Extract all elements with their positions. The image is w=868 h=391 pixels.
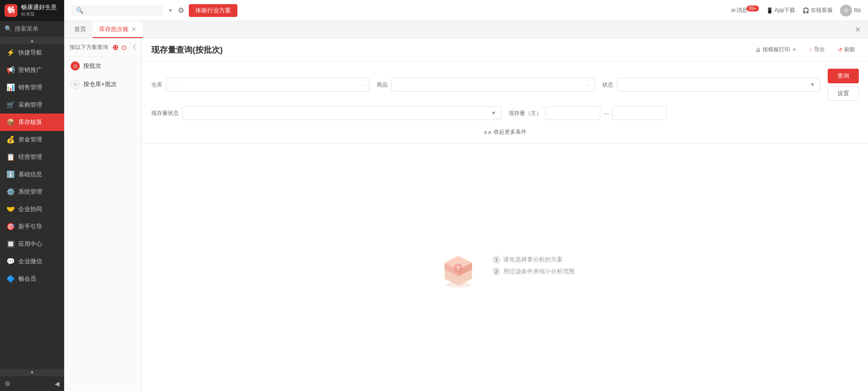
sidebar-item-label: 经营管理 (18, 153, 42, 161)
sales-icon: 📊 (6, 83, 15, 92)
sidebar-item-sales[interactable]: 📊 销售管理 (0, 79, 64, 96)
messages-action[interactable]: ✉ 消息 99+ (731, 6, 759, 14)
tab-inventory-batch[interactable]: 库存批次账 ✕ (93, 22, 143, 38)
status-select[interactable]: ▼ (617, 78, 820, 92)
action-buttons: 查询 设置 (828, 69, 859, 101)
collapse-sidebar-icon[interactable]: ◀ (55, 380, 60, 387)
tab-close-icon[interactable]: ✕ (132, 26, 136, 33)
collapse-left-icon[interactable]: 《 (130, 43, 136, 52)
svg-text:?: ? (456, 266, 460, 272)
topbar-gear-icon[interactable]: ⚙ (178, 6, 184, 15)
settings-plan-icon[interactable]: ⊙ (121, 43, 127, 52)
product-field: 商品 ··· (377, 78, 595, 92)
sidebar-item-quick-nav[interactable]: ⚡ 快捷导航 (0, 44, 64, 61)
enterprise-icon: 🤝 (6, 205, 15, 213)
app-info: 畅康通好生意 标准版 (21, 4, 57, 17)
sidebar-item-purchase[interactable]: 🛒 采购管理 (0, 96, 64, 114)
hint-number-2: 2 (492, 267, 500, 276)
sidebar-item-marketing[interactable]: 📢 营销推广 (0, 61, 64, 79)
hint-text-1: 请先选择要分析的方案 (503, 255, 563, 264)
plan-label: 按批次 (83, 62, 101, 70)
sidebar: 畅 畅康通好生意 标准版 🔍 搜索菜单 ▲ ⚡ 快捷导航 📢 营销推广 📊 销售… (0, 0, 64, 391)
user-menu[interactable]: R Rit (840, 5, 861, 16)
topbar-dropdown-icon[interactable]: ▼ (168, 7, 173, 14)
search-input[interactable] (86, 7, 150, 14)
settings-button[interactable]: 设置 (828, 86, 859, 101)
refresh-label: 刷新 (844, 46, 855, 54)
search-icon: 🔍 (5, 25, 12, 32)
tab-inventory-batch-label: 库存批次账 (99, 25, 129, 33)
sidebar-item-system[interactable]: ⚙️ 系统管理 (0, 183, 64, 201)
sidebar-item-finance[interactable]: 💰 资金管理 (0, 131, 64, 148)
sidebar-item-enterprise[interactable]: 🤝 企业协同 (0, 201, 64, 218)
sidebar-item-business[interactable]: 📋 经营管理 (0, 148, 64, 166)
status-field: 状态 ▼ (602, 78, 820, 92)
topbar-search-box[interactable]: 🔍 (71, 5, 163, 16)
topbar-actions: ✉ 消息 99+ 📱 App下载 🎧 在线客服 R Rit (731, 5, 861, 16)
left-panel-header: 按以下方案查询 ⊕ ⊙ 《 (64, 38, 142, 57)
sidebar-search-label: 搜索菜单 (15, 25, 38, 33)
inventory-amount-label: 现存量（主） (509, 109, 542, 117)
inventory-status-select[interactable]: ▼ (182, 106, 501, 120)
collapse-more-btn[interactable]: ∧∧ 收起更多条件 (151, 125, 859, 139)
sidebar-item-vip[interactable]: 🔷 畅会员 (0, 270, 64, 288)
export-button[interactable]: ↑ 导出 (806, 44, 829, 55)
vip-icon: 🔷 (6, 275, 15, 283)
sidebar-item-newbie[interactable]: 🎯 新手引导 (0, 218, 64, 235)
status-dropdown-icon: ▼ (810, 81, 815, 88)
sidebar-item-inventory[interactable]: 📦 库存核算 (0, 114, 64, 131)
product-input[interactable]: ··· (391, 78, 595, 92)
query-button[interactable]: 查询 (828, 69, 859, 83)
export-icon: ↑ (809, 47, 812, 53)
warehouse-input[interactable]: ··· ··· (166, 78, 369, 92)
tab-close-all-icon[interactable]: ✕ (851, 23, 864, 36)
inventory-amount-field: 现存量（主） — (509, 106, 859, 120)
print-dropdown-icon[interactable]: ▼ (792, 47, 797, 52)
plan-item-by-batch[interactable]: ⊙ 按批次 (64, 57, 142, 75)
sidebar-item-label: 营销推广 (18, 66, 42, 74)
user-name: Rit (854, 7, 861, 14)
sidebar-item-label: 资金管理 (18, 136, 42, 144)
search-icon: 🔍 (76, 7, 83, 14)
tab-home[interactable]: 首页 (68, 22, 93, 38)
sidebar-item-basic-info[interactable]: ℹ️ 基础信息 (0, 166, 64, 183)
empty-icon: ? (435, 244, 481, 290)
basic-info-icon: ℹ️ (6, 170, 15, 179)
plan-label: 按仓库+批次 (83, 80, 117, 88)
app-download-action[interactable]: 📱 App下载 (766, 6, 795, 14)
empty-state: ? 1 请先选择要分析的方案 2 用过滤条件来缩小分析范围 (142, 144, 868, 391)
sidebar-item-label: 企业协同 (18, 205, 42, 213)
inventory-status-dropdown-icon: ▼ (491, 110, 496, 116)
trial-button[interactable]: 体验行业方案 (189, 4, 237, 17)
sidebar-item-label: 新手引导 (18, 223, 42, 231)
sidebar-item-label: 基础信息 (18, 170, 42, 179)
product-more-icon: ··· (586, 82, 590, 87)
print-template-label: 按模板打印 (763, 46, 790, 54)
warehouse-field: 仓库 ··· ··· (151, 78, 369, 92)
inventory-status-label: 现存量状态 (151, 109, 179, 117)
tab-home-label: 首页 (74, 25, 86, 33)
purchase-icon: 🛒 (6, 101, 15, 109)
messages-badge: 99+ (747, 5, 759, 11)
plan-item-by-warehouse-batch[interactable]: ⊙ 按仓库+批次 (64, 75, 142, 93)
inventory-amount-to[interactable] (612, 106, 667, 120)
sidebar-item-wechat[interactable]: 💬 企业微信 (0, 253, 64, 270)
sidebar-scroll-down[interactable]: ▼ (0, 369, 64, 376)
page-actions: 🖨 按模板打印 ▼ ↑ 导出 ↺ 刷新 (752, 44, 859, 55)
sidebar-item-label: 销售管理 (18, 83, 42, 92)
print-template-button[interactable]: 🖨 按模板打印 ▼ (752, 44, 800, 55)
messages-label: 消息 (736, 6, 747, 14)
warehouse-label: 仓库 (151, 81, 162, 89)
online-service-action[interactable]: 🎧 在线客服 (802, 6, 833, 14)
add-plan-icon[interactable]: ⊕ (112, 43, 118, 52)
app-center-icon: 🔲 (6, 240, 15, 248)
sidebar-item-app-center[interactable]: 🔲 应用中心 (0, 235, 64, 253)
business-icon: 📋 (6, 153, 15, 161)
sidebar-scroll-up[interactable]: ▲ (0, 37, 64, 44)
refresh-button[interactable]: ↺ 刷新 (834, 44, 859, 55)
empty-hint-1: 1 请先选择要分析的方案 (492, 255, 575, 264)
inventory-amount-from[interactable] (545, 106, 600, 120)
settings-icon[interactable]: ⚙ (5, 380, 11, 387)
headset-icon: 🎧 (802, 7, 809, 14)
sidebar-search[interactable]: 🔍 搜索菜单 (0, 21, 64, 37)
